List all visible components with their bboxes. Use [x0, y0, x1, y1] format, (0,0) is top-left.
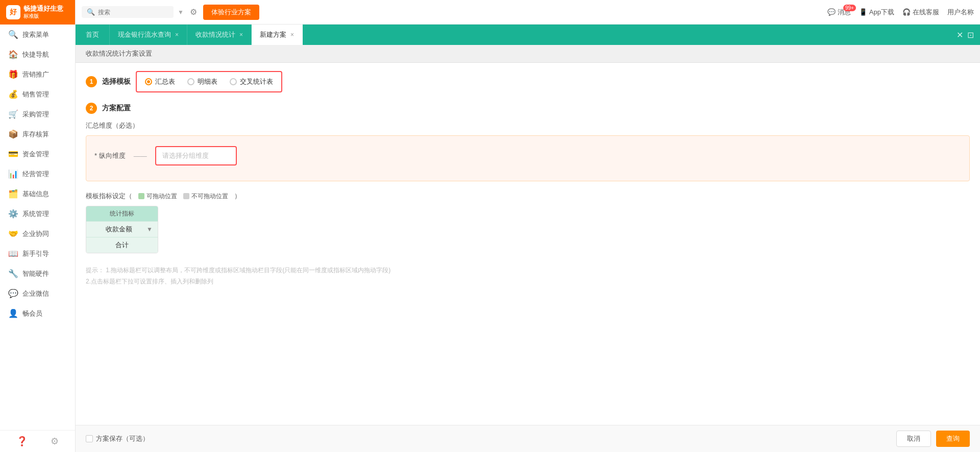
topbar-service[interactable]: 🎧 在线客服: [902, 8, 939, 17]
gear-icon: ⚙️: [8, 209, 18, 219]
sidebar: 好 畅捷通好生意 标准版 🔍 搜索菜单 🏠 快捷导航 🎁 营销推广 💰 销售管理…: [0, 0, 76, 452]
sidebar-label-quicknav: 快捷导航: [22, 50, 49, 59]
sidebar-item-basic[interactable]: 🗂️ 基础信息: [0, 184, 75, 204]
sidebar-label-inventory: 库存核算: [22, 130, 49, 139]
box-icon: 📦: [8, 129, 18, 139]
dimension-selector[interactable]: 请选择分组维度: [155, 146, 237, 165]
radio-summary[interactable]: 汇总表: [145, 77, 175, 86]
sidebar-label-guide: 新手引导: [22, 249, 49, 258]
step1-badge: 1: [86, 76, 97, 87]
nodraggable-indicator: 不可拖动位置: [183, 192, 228, 201]
sidebar-item-operation[interactable]: 📊 经营管理: [0, 164, 75, 184]
logo-text: 畅捷通好生意: [23, 5, 63, 13]
settings-icon[interactable]: ⚙: [51, 436, 59, 447]
service-icon: 🎧: [902, 8, 911, 16]
topbar-user[interactable]: 用户名称: [947, 8, 974, 17]
tab-close-bank[interactable]: ×: [175, 31, 179, 38]
sidebar-label-operation: 经营管理: [22, 170, 49, 179]
vertical-dimension-label: * 纵向维度: [94, 151, 126, 160]
sidebar-label-sales: 销售管理: [22, 90, 49, 99]
tabbar: 首页 现金银行流水查询 × 收款情况统计 × 新建方案 × ✕ ⊡: [76, 25, 980, 45]
logo-icon: 好: [6, 5, 20, 19]
sidebar-item-system[interactable]: ⚙️ 系统管理: [0, 204, 75, 224]
sidebar-item-inventory[interactable]: 📦 库存核算: [0, 124, 75, 144]
trial-button[interactable]: 体验行业方案: [203, 5, 259, 20]
topbar-gear-icon[interactable]: ⚙: [190, 7, 197, 17]
sidebar-item-guide[interactable]: 📖 新手引导: [0, 244, 75, 264]
dimension-area: * 纵向维度 —— 请选择分组维度: [86, 135, 970, 181]
step1-header: 1 选择模板 汇总表 明细表 交: [86, 71, 970, 92]
message-icon: 💬: [827, 8, 836, 16]
hint-2: 2.点击标题栏下拉可设置排序、插入列和删除列: [86, 276, 970, 288]
cart-icon: 🛒: [8, 109, 18, 119]
money-icon: 💰: [8, 89, 18, 99]
radio-cross-circle: [230, 78, 237, 85]
help-icon[interactable]: ❓: [16, 436, 28, 447]
maximize-window-icon[interactable]: ⊡: [967, 30, 974, 40]
home-icon: 🏠: [8, 50, 18, 59]
page-breadcrumb: 收款情况统计方案设置: [76, 45, 980, 63]
topbar-search-input[interactable]: [98, 9, 159, 16]
download-icon: 📱: [859, 8, 867, 16]
topbar: 🔍 ▼ ⚙ 体验行业方案 💬 消息 99+ 📱 App下载 🎧 在线客服 用户名…: [76, 0, 980, 25]
sidebar-item-collab[interactable]: 🤝 企业协同: [0, 224, 75, 244]
card-icon: 💳: [8, 149, 18, 159]
metrics-total: 合计: [86, 237, 158, 253]
tab-home[interactable]: 首页: [76, 25, 110, 45]
step2-header: 2 方案配置: [86, 103, 970, 114]
topbar-badge: 99+: [843, 5, 856, 11]
tab-bank[interactable]: 现金银行流水查询 ×: [110, 25, 187, 45]
save-checkbox[interactable]: [86, 435, 93, 442]
metrics-section: 模板指标设定（ 可拖动位置 不可拖动位置 ） 统计指标: [86, 192, 970, 255]
hint-1: 提示： 1.拖动标题栏可以调整布局，不可跨维度或指标区域拖动栏目字段(只能在同一…: [86, 265, 970, 276]
query-button[interactable]: 查询: [936, 431, 970, 447]
sidebar-item-finance[interactable]: 💳 资金管理: [0, 144, 75, 164]
sidebar-label-basic: 基础信息: [22, 189, 49, 199]
user-icon: 👤: [8, 308, 18, 318]
topbar-dropdown-arrow[interactable]: ▼: [178, 9, 184, 16]
handshake-icon: 🤝: [8, 229, 18, 239]
sidebar-item-marketing[interactable]: 🎁 营销推广: [0, 64, 75, 84]
chat-icon: 💬: [8, 289, 18, 298]
topbar-message[interactable]: 💬 消息 99+: [827, 8, 851, 17]
sidebar-item-member[interactable]: 👤 畅会员: [0, 303, 75, 323]
radio-detail[interactable]: 明细表: [187, 77, 217, 86]
tab-new[interactable]: 新建方案 ×: [252, 25, 303, 45]
tab-close-new[interactable]: ×: [290, 31, 294, 38]
sidebar-item-hardware[interactable]: 🔧 智能硬件: [0, 264, 75, 283]
topbar-search-box[interactable]: 🔍: [82, 6, 174, 18]
step2-title: 方案配置: [102, 104, 131, 113]
template-options: 汇总表 明细表 交叉统计表: [136, 71, 282, 92]
sidebar-label-wechat: 企业微信: [22, 289, 49, 298]
radio-detail-circle: [187, 78, 194, 85]
page-body: 1 选择模板 汇总表 明细表 交: [76, 63, 980, 425]
tab-close-stats[interactable]: ×: [239, 31, 243, 38]
sidebar-item-search[interactable]: 🔍 搜索菜单: [0, 25, 75, 44]
sidebar-label-marketing: 营销推广: [22, 70, 49, 79]
step2-badge: 2: [86, 103, 97, 114]
sidebar-item-purchase[interactable]: 🛒 采购管理: [0, 104, 75, 124]
dimension-label: 汇总维度（必选）: [86, 121, 970, 130]
topbar-download[interactable]: 📱 App下载: [859, 8, 894, 17]
cancel-button[interactable]: 取消: [896, 431, 931, 447]
dimension-placeholder: 请选择分组维度: [162, 151, 209, 160]
tab-stats[interactable]: 收款情况统计 ×: [187, 25, 252, 45]
logo-sub: 标准版: [23, 13, 63, 20]
tabbar-window-controls: ✕ ⊡: [957, 30, 980, 40]
page-content: 收款情况统计方案设置 1 选择模板 汇总表 明细表: [76, 45, 980, 452]
metrics-cell-dropdown-icon[interactable]: ▼: [146, 226, 153, 233]
step1-section: 1 选择模板 汇总表 明细表 交: [86, 71, 970, 92]
step2-section: 2 方案配置 汇总维度（必选） * 纵向维度 —— 请选择分组维度: [86, 103, 970, 287]
sidebar-label-collab: 企业协同: [22, 229, 49, 239]
sidebar-item-wechat[interactable]: 💬 企业微信: [0, 283, 75, 303]
sidebar-label-finance: 资金管理: [22, 150, 49, 159]
sidebar-bottom: ❓ ⚙: [0, 430, 75, 452]
save-option[interactable]: 方案保存（可选）: [86, 434, 149, 443]
sidebar-item-quicknav[interactable]: 🏠 快捷导航: [0, 44, 75, 64]
sidebar-item-sales[interactable]: 💰 销售管理: [0, 84, 75, 104]
radio-cross[interactable]: 交叉统计表: [230, 77, 273, 86]
radio-summary-circle: [145, 78, 152, 85]
search-icon: 🔍: [8, 30, 18, 39]
close-window-icon[interactable]: ✕: [957, 30, 963, 40]
metrics-cell-amount[interactable]: 收款金额 ▼: [86, 221, 158, 237]
